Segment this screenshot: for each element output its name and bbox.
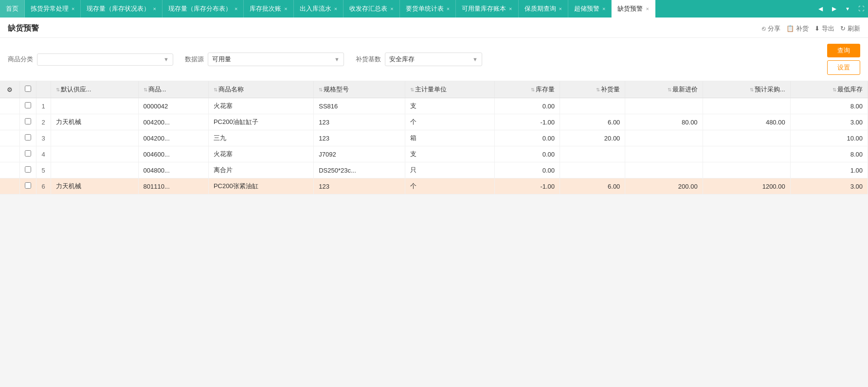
row-gear-cell (0, 178, 19, 194)
row-checkbox-cell[interactable] (19, 162, 36, 178)
replenish-base-label: 补货基数 (356, 55, 381, 64)
row-unit: 支 (405, 146, 494, 162)
row-supplier: 力天机械 (51, 114, 138, 130)
tab-label: 现存量（库存分布表） (168, 4, 232, 13)
row-supplier (51, 146, 138, 162)
tab-label: 缺货预警 (617, 4, 643, 13)
query-button[interactable]: 查询 (827, 44, 860, 57)
row-number: 6 (36, 178, 51, 194)
row-latest-price (625, 98, 703, 114)
row-checkbox[interactable] (25, 134, 31, 141)
select-all-checkbox[interactable] (25, 86, 31, 92)
row-unit: 支 (405, 98, 494, 114)
row-checkbox-cell[interactable] (19, 146, 36, 162)
tab-expiry-query[interactable]: 保质期查询× (519, 0, 568, 18)
tab-close-icon[interactable]: × (509, 6, 512, 12)
table-container: ⚙ ⇅默认供应... ⇅商品... ⇅商品名称 ⇅规格型号 ⇅主计量单位 ⇅库存… (0, 81, 868, 194)
tab-shortage[interactable]: 缺货预警× (612, 0, 655, 18)
tab-inventory-dist[interactable]: 现存量（库存分布表）× (163, 0, 244, 18)
datasource-label: 数据源 (185, 55, 204, 64)
row-product-code: 004200... (138, 130, 208, 146)
row-checkbox-cell[interactable] (19, 178, 36, 194)
tab-label: 出入库流水 (300, 4, 331, 13)
row-checkbox[interactable] (25, 102, 31, 108)
th-unit[interactable]: ⇅主计量单位 (405, 81, 494, 98)
row-est-purchase (703, 130, 790, 146)
tab-home[interactable]: 首页 (0, 0, 25, 18)
th-product-code[interactable]: ⇅商品... (138, 81, 208, 98)
tab-demand-stat[interactable]: 要货单统计表× (400, 0, 456, 18)
th-checkbox[interactable] (19, 81, 36, 98)
tab-available-ledger[interactable]: 可用量库存账本× (456, 0, 518, 18)
tab-label: 现存量（库存状况表） (87, 4, 150, 13)
tab-abnormal[interactable]: 拣货异常处理× (25, 0, 81, 18)
row-replenish-qty: 20.00 (560, 130, 625, 146)
tab-prev-btn[interactable]: ◀ (814, 0, 827, 18)
tab-close-icon[interactable]: × (602, 6, 605, 12)
tab-overstock[interactable]: 超储预警× (568, 0, 612, 18)
row-product-code: 801110... (138, 178, 208, 194)
tab-label: 要货单统计表 (406, 4, 444, 13)
tab-close-icon[interactable]: × (334, 6, 337, 12)
tab-label: 保质期查询 (524, 4, 556, 13)
row-checkbox-cell[interactable] (19, 114, 36, 130)
datasource-select[interactable]: 可用量 ▼ (208, 53, 344, 66)
th-product-name[interactable]: ⇅商品名称 (208, 81, 313, 98)
tab-bar: 首页拣货异常处理×现存量（库存状况表）×现存量（库存分布表）×库存批次账×出入库… (0, 0, 868, 18)
row-gear-cell (0, 130, 19, 146)
th-replenish-qty[interactable]: ⇅补货量 (560, 81, 625, 98)
row-est-purchase (703, 146, 790, 162)
row-min-stock: 10.00 (790, 130, 868, 146)
tab-batch-account[interactable]: 库存批次账× (244, 0, 293, 18)
replenish-icon: 📋 (786, 25, 794, 32)
row-supplier (51, 162, 138, 178)
row-checkbox[interactable] (25, 118, 31, 124)
tab-close-icon[interactable]: × (559, 6, 562, 12)
row-checkbox-cell[interactable] (19, 98, 36, 114)
row-product-name: 三九 (208, 130, 313, 146)
row-replenish-qty: 6.00 (560, 178, 625, 194)
tab-close-icon[interactable]: × (153, 6, 156, 12)
th-rownum (36, 81, 51, 98)
tab-next-btn[interactable]: ▶ (827, 0, 841, 18)
category-select[interactable]: ▼ (37, 53, 173, 66)
tab-close-icon[interactable]: × (447, 6, 450, 12)
page-title: 缺货预警 (8, 23, 39, 34)
filter-area: 商品分类 ▼ 数据源 可用量 ▼ 补货基数 安全库存 ▼ 查询 (0, 38, 868, 81)
tab-inventory-status[interactable]: 现存量（库存状况表）× (81, 0, 162, 18)
replenish-base-select[interactable]: 安全库存 ▼ (385, 53, 482, 66)
tab-collect-summary[interactable]: 收发存汇总表× (344, 0, 399, 18)
tab-label: 可用量库存账本 (462, 4, 506, 13)
tab-close-icon[interactable]: × (72, 6, 74, 12)
share-btn[interactable]: ⎋ 分享 (762, 24, 780, 33)
th-default-supplier[interactable]: ⇅默认供应... (51, 81, 138, 98)
th-stock-qty[interactable]: ⇅库存量 (494, 81, 560, 98)
tab-close-icon[interactable]: × (646, 6, 649, 12)
tab-inout-flow[interactable]: 出入库流水× (294, 0, 344, 18)
row-checkbox[interactable] (25, 150, 31, 157)
th-est-purchase[interactable]: ⇅预计采购... (703, 81, 790, 98)
refresh-btn[interactable]: ↻ 刷新 (840, 24, 860, 33)
tab-close-icon[interactable]: × (390, 6, 393, 12)
tab-close-icon[interactable]: × (235, 6, 237, 12)
th-spec[interactable]: ⇅规格型号 (314, 81, 405, 98)
row-stock-qty: 0.00 (494, 98, 560, 114)
table-row: 3 004200... 三九 123 箱 0.00 20.00 10.00 (0, 130, 868, 146)
th-settings[interactable]: ⚙ (0, 81, 19, 98)
th-latest-price[interactable]: ⇅最新进价 (625, 81, 703, 98)
row-latest-price: 200.00 (625, 178, 703, 194)
header-row: ⚙ ⇅默认供应... ⇅商品... ⇅商品名称 ⇅规格型号 ⇅主计量单位 ⇅库存… (0, 81, 868, 98)
replenish-btn[interactable]: 📋 补货 (786, 24, 809, 33)
row-spec: DS250*23c... (314, 162, 405, 178)
settings-button[interactable]: 设置 (827, 60, 860, 75)
tab-menu-btn[interactable]: ▾ (841, 0, 854, 18)
row-checkbox-cell[interactable] (19, 130, 36, 146)
row-checkbox[interactable] (25, 182, 31, 189)
row-checkbox[interactable] (25, 166, 31, 173)
export-btn[interactable]: ⬇ 导出 (814, 24, 834, 33)
tab-close-icon[interactable]: × (284, 6, 287, 12)
table-row: 4 004600... 火花塞 J7092 支 0.00 8.00 (0, 146, 868, 162)
row-gear-cell (0, 114, 19, 130)
tab-fullscreen-btn[interactable]: ⛶ (854, 0, 868, 18)
th-min-stock[interactable]: ⇅最低库存 (790, 81, 868, 98)
